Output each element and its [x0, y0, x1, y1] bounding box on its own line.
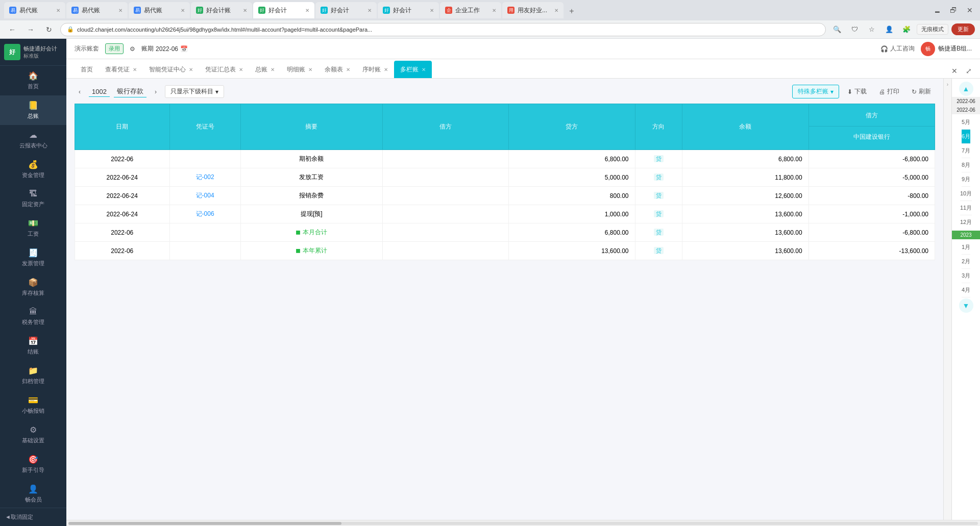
sidebar-item-member[interactable]: 👤 畅会员	[0, 479, 66, 508]
calendar-month-2023-1[interactable]: 1月	[962, 240, 970, 255]
sidebar-item-tax[interactable]: 🏛 税务管理	[0, 302, 66, 331]
address-input[interactable]: 🔒 cloud2.chanjet.com/accounting/uh26t264…	[60, 23, 826, 36]
expand-panel-button[interactable]: ⤢	[962, 64, 976, 78]
tab-close-general-ledger[interactable]: ✕	[271, 67, 275, 72]
sidebar-item-ledger[interactable]: 📒 总账	[0, 95, 66, 125]
print-button[interactable]: 🖨 打印	[875, 85, 903, 98]
sidebar-item-inventory[interactable]: 📦 库存核算	[0, 272, 66, 302]
horizontal-scrollbar[interactable]	[66, 520, 980, 526]
calendar-month-2023-2[interactable]: 2月	[962, 255, 970, 269]
calendar-month-2023-4[interactable]: 4月	[962, 283, 970, 297]
panel-collapse-button[interactable]: ›	[943, 79, 951, 520]
calendar-month-10[interactable]: 10月	[960, 187, 972, 201]
calendar-month-2023-3[interactable]: 3月	[962, 269, 970, 283]
calendar-month-12[interactable]: 12月	[960, 215, 972, 230]
refresh-button[interactable]: ↻ 刷新	[908, 85, 935, 98]
settings-gear-icon[interactable]: ⚙	[130, 45, 135, 53]
help-button[interactable]: 🎧 人工咨询	[880, 44, 915, 53]
browser-tab-3[interactable]: 易 易代账 ✕	[129, 2, 190, 18]
sidebar-item-expense[interactable]: 💳 小畅报销	[0, 390, 66, 420]
browser-tab-1[interactable]: 易 易代账 ✕	[4, 2, 65, 18]
tab-detail-ledger[interactable]: 明细账 ✕	[281, 61, 318, 78]
incognito-mode-button[interactable]: 无痕模式	[917, 24, 948, 35]
sidebar-item-archive[interactable]: 📁 归档管理	[0, 361, 66, 390]
scrollbar-thumb[interactable]	[68, 522, 341, 525]
tab-voucher-summary[interactable]: 凭证汇总表 ✕	[199, 61, 249, 78]
update-button[interactable]: 更新	[951, 23, 975, 35]
sidebar-item-close[interactable]: 📅 结账	[0, 331, 66, 361]
tab-close-7[interactable]: ✕	[430, 8, 434, 13]
back-button[interactable]: ←	[5, 22, 19, 37]
tab-balance-table[interactable]: 余额表 ✕	[318, 61, 356, 78]
browser-tab-4[interactable]: 好 好会计账 ✕	[191, 2, 252, 18]
sidebar-item-funds[interactable]: 💰 资金管理	[0, 155, 66, 184]
filter-sub-accounts-button[interactable]: 只显示下级科目 ▾	[165, 85, 224, 98]
tab-close-8[interactable]: ✕	[492, 8, 496, 13]
sidebar-item-invoice[interactable]: 🧾 发票管理	[0, 243, 66, 272]
sidebar-item-reports[interactable]: ☁ 云报表中心	[0, 125, 66, 155]
tab-close-detail-ledger[interactable]: ✕	[308, 67, 312, 72]
browser-tab-6[interactable]: 好 好会计 ✕	[315, 2, 377, 18]
close-window-button[interactable]: ✕	[964, 4, 976, 16]
calendar-month-9[interactable]: 9月	[962, 172, 970, 187]
tab-general-ledger[interactable]: 总账 ✕	[249, 61, 281, 78]
account-name[interactable]: 银行存款	[114, 86, 146, 97]
voucher-link-1[interactable]: 记-002	[196, 173, 214, 181]
reload-button[interactable]: ↻	[42, 22, 56, 37]
browser-tab-9[interactable]: 用 用友好业... ✕	[502, 2, 564, 18]
star-icon[interactable]: ☆	[865, 22, 879, 37]
sidebar-item-salary[interactable]: 💵 工资	[0, 213, 66, 243]
browser-tab-5[interactable]: 好 好会计 ✕	[253, 2, 314, 18]
calendar-icon[interactable]: 📅	[180, 45, 188, 53]
search-icon[interactable]: 🔍	[830, 22, 844, 37]
tab-smart-voucher[interactable]: 智能凭证中心 ✕	[143, 61, 199, 78]
restore-button[interactable]: 🗗	[947, 4, 960, 16]
sidebar-item-home[interactable]: 🏠 首页	[0, 66, 66, 95]
calendar-month-11[interactable]: 11月	[960, 201, 972, 215]
scroll-down-button[interactable]: ▼	[959, 298, 973, 313]
tab-close-view-voucher[interactable]: ✕	[133, 67, 137, 72]
scroll-up-button[interactable]: ▲	[959, 82, 973, 96]
special-multi-ledger-button[interactable]: 特殊多栏账 ▾	[792, 85, 839, 98]
tab-close-balance-table[interactable]: ✕	[346, 67, 350, 72]
tab-home[interactable]: 首页	[75, 61, 99, 78]
tab-close-3[interactable]: ✕	[181, 8, 185, 13]
tab-close-journal[interactable]: ✕	[384, 67, 388, 72]
tab-close-6[interactable]: ✕	[368, 8, 372, 13]
tab-close-multi-column[interactable]: ✕	[422, 67, 426, 72]
prev-account-button[interactable]: ‹	[75, 87, 85, 97]
account-code[interactable]: 1002	[89, 87, 110, 97]
cell-voucher-0	[169, 150, 240, 168]
browser-tab-2[interactable]: 易 易代账 ✕	[66, 2, 128, 18]
sidebar-item-guide[interactable]: 🎯 新手引导	[0, 449, 66, 479]
browser-tab-8[interactable]: 企 企业工作 ✕	[440, 2, 501, 18]
tab-close-5[interactable]: ✕	[305, 8, 309, 13]
new-tab-button[interactable]: +	[565, 4, 579, 18]
browser-tab-7[interactable]: 好 好会计 ✕	[378, 2, 439, 18]
next-account-button[interactable]: ›	[151, 87, 161, 97]
profile-icon[interactable]: 👤	[882, 22, 896, 37]
calendar-month-7[interactable]: 7月	[962, 144, 970, 158]
tab-close-voucher-summary[interactable]: ✕	[239, 67, 243, 72]
tab-close-smart-voucher[interactable]: ✕	[189, 67, 193, 72]
tab-close-9[interactable]: ✕	[554, 8, 558, 13]
tab-close-4[interactable]: ✕	[243, 8, 247, 13]
calendar-month-5[interactable]: 5月	[962, 115, 970, 130]
sidebar-item-assets[interactable]: 🏗 固定资产	[0, 184, 66, 213]
tab-close-1[interactable]: ✕	[56, 8, 60, 13]
unpin-button[interactable]: ◄取消固定	[5, 513, 61, 521]
close-tab-panel-button[interactable]: ✕	[947, 64, 962, 78]
calendar-month-6[interactable]: 6月	[962, 130, 970, 144]
tab-journal[interactable]: 序时账 ✕	[356, 61, 394, 78]
tab-close-2[interactable]: ✕	[118, 8, 122, 13]
minimize-button[interactable]: 🗕	[931, 4, 943, 16]
tab-multi-column[interactable]: 多栏账 ✕	[394, 61, 432, 78]
download-button[interactable]: ⬇ 下载	[843, 85, 871, 98]
voucher-link-3[interactable]: 记-006	[196, 210, 214, 217]
forward-button[interactable]: →	[23, 22, 38, 37]
sidebar-item-settings[interactable]: ⚙ 基础设置	[0, 420, 66, 449]
voucher-link-2[interactable]: 记-004	[196, 192, 214, 199]
extension-icon[interactable]: 🧩	[899, 22, 914, 37]
tab-view-voucher[interactable]: 查看凭证 ✕	[99, 61, 143, 78]
calendar-month-8[interactable]: 8月	[962, 158, 970, 172]
